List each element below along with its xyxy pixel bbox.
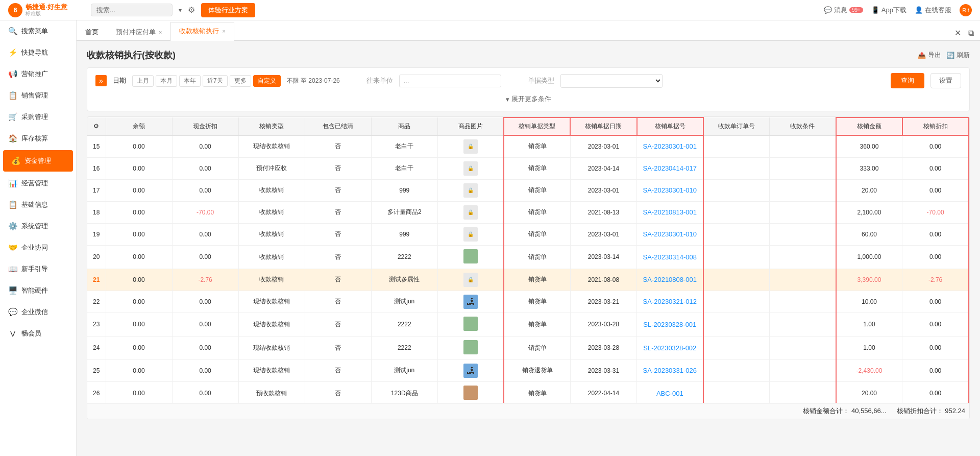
bill-no-cell[interactable]: SA-20230331-026 [637, 359, 703, 381]
export-button[interactable]: 📤 导出 [918, 51, 941, 60]
type-cell: 预付冲应收 [238, 157, 305, 179]
query-button[interactable]: 查询 [891, 73, 924, 88]
sidebar-item-basicinfo[interactable]: 📋 基础信息 [0, 194, 76, 215]
table-body: 150.000.00现结收款核销否老白干🔒销货单2023-03-01SA-202… [87, 135, 969, 403]
sidebar-item-management[interactable]: 📊 经营管理 [0, 173, 76, 194]
bill-no-cell[interactable]: SA-20210808-001 [637, 269, 703, 291]
tab-collection-close[interactable]: × [222, 28, 225, 34]
order-no-cell [703, 135, 770, 157]
tab-prepay-close[interactable]: × [159, 29, 162, 35]
sidebar-item-search[interactable]: 🔍 搜索菜单 [0, 20, 76, 42]
bill-type-cell: 销货单 [504, 336, 570, 359]
bill-type-cell: 销货单 [504, 381, 570, 403]
expand-more-label: 展开更多条件 [511, 94, 551, 104]
search-icon: 🔍 [8, 27, 17, 36]
table-scroll-area[interactable]: ⚙ 余额 现金折扣 核销类型 包含已结清 商品 商品图片 核销单据类型 核销单据… [87, 117, 969, 403]
system-icon: ⚙️ [8, 222, 17, 231]
sidebar-item-purchase[interactable]: 🛒 采购管理 [0, 106, 76, 128]
bill-no-cell[interactable]: SA-20230414-017 [637, 157, 703, 179]
search-dropdown[interactable]: ▾ [179, 7, 182, 14]
cash-discount-cell: 0.00 [172, 223, 238, 245]
th-product-img: 商品图片 [437, 117, 504, 135]
setting-button[interactable]: 设置 [930, 73, 961, 88]
th-bill-date: 核销单据日期 [570, 117, 636, 135]
product-img-cell [437, 381, 504, 403]
search-input[interactable] [91, 4, 173, 16]
sidebar-item-marketing[interactable]: 📢 营销推广 [0, 63, 76, 85]
partner-input[interactable] [399, 75, 501, 87]
user-avatar[interactable]: Rit [960, 4, 972, 16]
product-img-cell [437, 336, 504, 359]
bill-no-cell[interactable]: SA-20230321-012 [637, 291, 703, 313]
bill-no-cell[interactable]: SA-20210813-001 [637, 201, 703, 223]
sidebar-item-wechat[interactable]: 💬 企业微信 [0, 301, 76, 323]
discount-cell: 0.00 [902, 223, 969, 245]
type-cell: 收款核销 [238, 201, 305, 223]
bill-type-cell: 销货单 [504, 135, 570, 157]
table-row: 250.000.00现结收款核销否测试jun🏞销货退货单2023-03-31SA… [87, 359, 969, 381]
cash-discount-cell: 0.00 [172, 135, 238, 157]
date-btn-lastmonth[interactable]: 上月 [132, 75, 154, 87]
sidebar-label-quicknav: 快捷导航 [21, 48, 48, 57]
bill-no-cell[interactable]: SA-20230301-010 [637, 223, 703, 245]
table-row: 180.00-70.00收款核销否多计量商品2🔒销货单2021-08-13SA-… [87, 201, 969, 223]
sidebar-item-finance[interactable]: 💰 资金管理 [3, 150, 73, 172]
sidebar-item-member[interactable]: V 畅会员 [0, 323, 76, 344]
sidebar-item-enterprise[interactable]: 🤝 企业协同 [0, 237, 76, 258]
bill-no-cell[interactable]: SA-20230301-010 [637, 179, 703, 201]
sidebar-label-member: 畅会员 [21, 329, 41, 338]
sidebar-label-hardware: 智能硬件 [21, 286, 48, 295]
app-download-item[interactable]: 📱 App下载 [871, 6, 906, 15]
bill-no-cell[interactable]: SL-20230328-002 [637, 336, 703, 359]
condition-cell [770, 336, 836, 359]
filter-date-label: 日期 [113, 76, 126, 85]
refresh-button[interactable]: 🔄 刷新 [946, 51, 970, 60]
product-img-cell: 🔒 [437, 157, 504, 179]
amount-cell: 1.00 [836, 313, 902, 336]
bill-no-cell[interactable]: SA-20230314-008 [637, 245, 703, 269]
condition-cell [770, 381, 836, 403]
table-header-row: ⚙ 余额 现金折扣 核销类型 包含已结清 商品 商品图片 核销单据类型 核销单据… [87, 117, 969, 135]
footer-amount-label: 核销金额合计： [803, 407, 849, 415]
online-service-item[interactable]: 👤 在线客服 [915, 6, 951, 15]
message-item[interactable]: 💬 消息 99+ [824, 6, 863, 15]
sidebar-item-sales[interactable]: 📋 销售管理 [0, 85, 76, 106]
date-btn-custom[interactable]: 自定义 [253, 75, 281, 87]
date-btn-more[interactable]: 更多 [230, 75, 251, 87]
tab-prepay[interactable]: 预付冲应付单 × [107, 23, 170, 41]
sidebar-item-quicknav[interactable]: ⚡ 快捷导航 [0, 42, 76, 63]
maximize-window-icon[interactable]: ⧉ [966, 27, 976, 40]
sidebar-item-hardware[interactable]: 🖥️ 智能硬件 [0, 280, 76, 301]
date-btn-7days[interactable]: 近7天 [203, 75, 228, 87]
table-row: 160.000.00预付冲应收否老白干🔒销货单2023-04-14SA-2023… [87, 157, 969, 179]
bill-no-cell[interactable]: ABC-001 [637, 381, 703, 403]
app-icon: 📱 [871, 6, 879, 14]
bill-no-cell[interactable]: SL-20230328-001 [637, 313, 703, 336]
sidebar-item-system[interactable]: ⚙️ 系统管理 [0, 215, 76, 237]
bill-type-cell: 销货单 [504, 223, 570, 245]
bill-no-cell[interactable]: SA-20230301-001 [637, 135, 703, 157]
solution-button[interactable]: 体验行业方案 [201, 3, 255, 17]
header-actions: 📤 导出 🔄 刷新 [918, 51, 970, 60]
th-condition: 收款条件 [770, 117, 836, 135]
sales-icon: 📋 [8, 91, 17, 100]
table-row: 260.000.00预收款核销否123D商品销货单2022-04-14ABC-0… [87, 381, 969, 403]
tab-home[interactable]: 首页 [77, 23, 107, 41]
sidebar-item-guide[interactable]: 📖 新手引导 [0, 258, 76, 280]
settings-icon[interactable]: ⚙ [188, 5, 195, 15]
date-btn-thismonth[interactable]: 本月 [156, 75, 177, 87]
refresh-icon: 🔄 [946, 52, 954, 59]
sidebar-item-inventory[interactable]: 🏠 库存核算 [0, 128, 76, 149]
date-btn-thisyear[interactable]: 本年 [179, 75, 201, 87]
tab-collection[interactable]: 收款核销执行 × [170, 22, 234, 41]
close-window-icon[interactable]: ✕ [952, 26, 963, 40]
filter-expand-button[interactable]: » [95, 75, 107, 86]
condition-cell [770, 269, 836, 291]
th-included: 包含已结清 [305, 117, 371, 135]
included-cell: 否 [305, 201, 371, 223]
included-cell: 否 [305, 157, 371, 179]
type-cell: 收款核销 [238, 245, 305, 269]
product-cell: 999 [371, 179, 437, 201]
bill-type-select[interactable] [560, 74, 663, 88]
expand-more-btn[interactable]: ▾ 展开更多条件 [95, 92, 961, 106]
